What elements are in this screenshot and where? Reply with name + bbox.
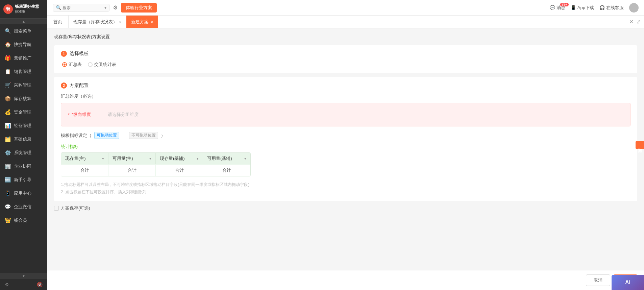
chevron-down-icon: ▾: [104, 5, 106, 10]
stats-col-3[interactable]: 现存量(基辅) ▾: [156, 153, 203, 164]
sidebar-item-wechat[interactable]: 💬 企业微信: [0, 200, 47, 214]
crown-icon: 👑: [5, 217, 11, 223]
sidebar-item-label: 应用中心: [14, 190, 31, 196]
template-settings-label: 模板指标设定（: [61, 132, 92, 139]
sidebar-logo: 畅 畅康通好生意 标准版: [0, 0, 47, 19]
app-edition: 标准版: [15, 9, 39, 14]
stats-table-header: 现存量(主) ▾ 可用量(主) ▾ 现存量(基辅) ▾ 可用量(基辅): [61, 153, 250, 164]
close-window-icon[interactable]: ✕: [629, 19, 634, 25]
template-settings-end: ）: [161, 132, 165, 139]
tip-2-text: 2. 点击标题栏下拉可设置排序、插入列和删除列: [61, 189, 146, 196]
sidebar-item-operations[interactable]: 📊 经营管理: [0, 119, 47, 132]
sidebar-item-label: 库存核算: [14, 96, 31, 102]
dimension-area[interactable]: * *纵向维度 —— 请选择分组维度: [61, 103, 630, 126]
headset-icon: 🎧: [599, 5, 605, 10]
sidebar-item-newbie[interactable]: 🆕 新手引导: [0, 173, 47, 187]
sidebar-item-label: 基础信息: [14, 136, 31, 142]
radio-summary[interactable]: 汇总表: [62, 62, 82, 68]
sidebar-item-marketing[interactable]: 🎁 营销推广: [0, 51, 47, 65]
save-checkbox[interactable]: [54, 206, 59, 211]
step1-card: 1 选择模板 汇总表 交叉统计表: [54, 45, 637, 73]
sidebar-item-label: 系统管理: [14, 150, 31, 156]
header-search-box[interactable]: 🔍 ▾: [53, 4, 109, 11]
page-title: 现存量(库存状况表)方案设置: [54, 34, 637, 40]
sidebar-item-quick[interactable]: 🏠 快捷导航: [0, 38, 47, 51]
page-content: 现存量(库存状况表)方案设置 1 选择模板 汇总表 交叉统计表 2: [47, 28, 644, 270]
ai-badge[interactable]: Ai: [612, 275, 644, 290]
sidebar-item-search[interactable]: 🔍 搜索菜单: [0, 24, 47, 38]
tip-1-text: 1.拖动标题栏可以调整布局，不可跨维度或指标区域拖动栏目字段(只能在同一维度或指…: [61, 181, 249, 189]
message-button[interactable]: 💬 消息 99+: [550, 5, 565, 11]
save-option-label: 方案保存(可选): [61, 205, 90, 211]
sidebar-item-inventory[interactable]: 📦 库存核算: [0, 92, 47, 105]
folder-icon: 🗂️: [5, 136, 11, 142]
stats-cell-2: 合计: [108, 165, 156, 176]
radio-cross-dot: [88, 62, 93, 67]
avatar[interactable]: [629, 3, 639, 13]
sidebar-item-finance[interactable]: 💰 资金管理: [0, 105, 47, 119]
audio-icon[interactable]: 🔇: [37, 282, 43, 287]
sidebar-item-label: 经营管理: [14, 123, 31, 129]
sidebar-item-enterprise[interactable]: 🏢 企业协同: [0, 160, 47, 173]
cart-icon: 🛒: [5, 82, 11, 88]
sidebar-scroll-down[interactable]: ▼: [0, 273, 47, 279]
no-drag-badge: 不可拖动位置: [129, 132, 158, 139]
bottom-bar: 取消 查询: [47, 270, 644, 290]
online-service-button[interactable]: 🎧 在线客服: [599, 5, 624, 11]
stats-col-1-label: 现存量(主): [65, 155, 86, 162]
trial-button[interactable]: 体验行业方案: [121, 3, 157, 13]
sales-icon: 📋: [5, 69, 11, 75]
stats-col-4[interactable]: 可用量(基辅) ▾: [203, 153, 250, 164]
mobile-icon: 📱: [5, 190, 11, 196]
sidebar-scroll-up[interactable]: ▲: [0, 19, 47, 24]
tab-inventory-close[interactable]: ×: [119, 20, 121, 24]
app-download-button[interactable]: 📱 App下载: [571, 5, 594, 11]
cancel-button[interactable]: 取消: [586, 274, 610, 286]
sidebar-item-purchase[interactable]: 🛒 采购管理: [0, 78, 47, 92]
stats-cell-1: 合计: [61, 165, 108, 176]
money-icon: 💰: [5, 109, 11, 115]
logo-icon: 畅: [3, 4, 13, 14]
tab-bar-right: ✕ ⤢: [626, 19, 644, 25]
tab-new-plan-close[interactable]: ×: [151, 20, 153, 24]
sidebar-item-label: 营销推广: [14, 55, 31, 61]
sidebar-item-member[interactable]: 👑 畅会员: [0, 214, 47, 227]
step1-header: 1 选择模板: [61, 51, 630, 57]
expand-icon[interactable]: ⤢: [636, 19, 641, 25]
app-label: App下载: [577, 5, 594, 11]
sidebar-item-system[interactable]: ⚙️ 系统管理: [0, 146, 47, 160]
step2-header: 2 方案配置: [61, 82, 630, 89]
aggregate-label: 汇总维度（必选）: [61, 93, 630, 99]
sidebar-item-label: 企业协同: [14, 163, 31, 169]
stats-cell-4: 合计: [203, 165, 250, 176]
search-input[interactable]: [63, 5, 103, 10]
sidebar-nav: 🔍 搜索菜单 🏠 快捷导航 🎁 营销推广 📋 销售管理 🛒 采购管理 📦 库存核…: [0, 24, 47, 273]
tab-home[interactable]: 首页: [47, 16, 69, 28]
stats-section: 统计指标 现存量(主) ▾ 可用量(主) ▾ 现存量(基辅): [61, 144, 630, 176]
right-edge-tab[interactable]: 查询方案: [636, 141, 644, 149]
tab-inventory[interactable]: 现存量（库存状况表） ×: [69, 16, 126, 28]
stats-col-4-label: 可用量(基辅): [207, 155, 232, 162]
step1-num: 1: [61, 51, 67, 57]
stats-col-2[interactable]: 可用量(主) ▾: [108, 153, 156, 164]
chevron-down-icon: ▾: [197, 156, 199, 161]
sidebar-item-apps[interactable]: 📱 应用中心: [0, 187, 47, 200]
message-icon: 💬: [550, 5, 555, 10]
template-settings-sep: [122, 132, 126, 139]
settings-icon[interactable]: ⚙: [113, 4, 118, 11]
radio-summary-label: 汇总表: [69, 62, 82, 68]
tab-new-plan[interactable]: 新建方案 ×: [126, 16, 158, 28]
service-label: 在线客服: [606, 5, 624, 11]
tab-new-plan-label: 新建方案: [131, 19, 149, 25]
chevron-down-icon: ▾: [102, 156, 104, 161]
sidebar-item-basic[interactable]: 🗂️ 基础信息: [0, 132, 47, 146]
radio-cross[interactable]: 交叉统计表: [88, 62, 116, 68]
home-icon: 🏠: [5, 42, 11, 48]
settings-bottom-icon[interactable]: ⚙: [5, 282, 9, 287]
step2-title: 方案配置: [70, 82, 89, 89]
sidebar-item-label: 采购管理: [14, 82, 31, 88]
sidebar: 畅 畅康通好生意 标准版 ▲ 🔍 搜索菜单 🏠 快捷导航 🎁 营销推广 📋 销售…: [0, 0, 47, 290]
stats-col-1[interactable]: 现存量(主) ▾: [61, 153, 108, 164]
sidebar-item-sales[interactable]: 📋 销售管理: [0, 65, 47, 78]
stats-table: 现存量(主) ▾ 可用量(主) ▾ 现存量(基辅) ▾ 可用量(基辅): [61, 152, 251, 176]
